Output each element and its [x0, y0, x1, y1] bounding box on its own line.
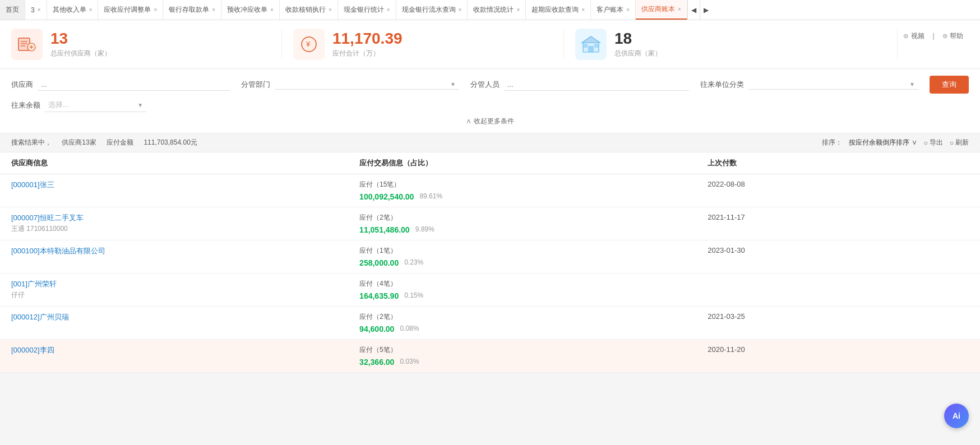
- nav-tab-other-income-label: 其他收入单: [53, 5, 86, 15]
- table-row[interactable]: [000100]本特勒油品有限公司 应付（1笔） 258,000.00 0.23…: [0, 240, 980, 274]
- refresh-button[interactable]: ○ 刷新: [950, 138, 969, 147]
- supplier-link-000001[interactable]: [000001]张三: [11, 180, 54, 189]
- supplier-icon: [11, 29, 43, 60]
- nav-tab-supplier-ledger-label: 供应商账本: [641, 4, 675, 14]
- nav-tab-supplier-ledger[interactable]: 供应商账本 ×: [636, 0, 687, 20]
- nav-next-arrow[interactable]: ▶: [700, 0, 712, 20]
- nav-tab-receipt-stat[interactable]: 收款情况统计 ×: [468, 0, 526, 20]
- nav-tab-home[interactable]: 首页: [0, 0, 25, 20]
- nav-tab-cash-bank-flow[interactable]: 现金银行流水查询 ×: [396, 0, 468, 20]
- last-pay-date: 2021-03-25: [708, 312, 969, 321]
- last-pay-date: 2020-11-20: [708, 345, 969, 354]
- video-link[interactable]: ⊙ 视频: [903, 31, 924, 41]
- help-link[interactable]: ⊙ 帮助: [942, 31, 963, 41]
- refresh-label: 刷新: [955, 138, 969, 147]
- table-row[interactable]: [000007]恒旺二手叉车 王通 17106110000 应付（2笔） 11,…: [0, 207, 980, 240]
- category-filter-select[interactable]: ▼: [748, 80, 919, 90]
- supplier-info: [000002]李四: [11, 345, 359, 367]
- ap-suppliers-number: 13: [50, 31, 111, 47]
- nav-tab-receipt-verify[interactable]: 收款核销执行 ×: [280, 0, 338, 20]
- summary-item-ap-amount: ¥ 11,170.39 应付合计（万）: [282, 29, 564, 60]
- export-icon: ○: [924, 139, 928, 147]
- last-payment: 2022-08-08: [708, 180, 969, 201]
- table-row[interactable]: [000002]李四 应付（5笔） 32,366.00 0.03% 2020-1…: [0, 340, 980, 373]
- nav-tab-receipt-verify-label: 收款核销执行: [285, 5, 326, 15]
- nav-tab-ar-ap-adjust[interactable]: 应收应付调整单 ×: [98, 0, 163, 20]
- result-prefix: 搜索结果中，: [11, 138, 52, 146]
- close-icon[interactable]: ×: [459, 7, 462, 13]
- trans-detail: 应付（2笔） 11,051,486.00 9.89%: [359, 213, 708, 234]
- query-button[interactable]: 查询: [930, 76, 969, 94]
- last-payment: 2021-03-25: [708, 312, 969, 333]
- trans-detail: 应付（15笔） 100,092,540.00 89.61%: [359, 180, 708, 201]
- nav-tab-customer-ledger[interactable]: 客户账本 ×: [591, 0, 636, 20]
- chevron-down-icon: ▼: [909, 81, 915, 87]
- trans-detail: 应付（4笔） 164,635.90 0.15%: [359, 279, 708, 300]
- transaction-info: 应付（4笔） 164,635.90 0.15%: [359, 279, 708, 300]
- table-row[interactable]: [000001]张三 应付（15笔） 100,092,540.00 89.61%…: [0, 174, 980, 207]
- supplier-info: [000001]张三: [11, 180, 359, 201]
- nav-tab-bank-deposit[interactable]: 银行存取款单 ×: [163, 0, 221, 20]
- nav-tab-overdue-ar[interactable]: 超期应收款查询 ×: [526, 0, 591, 20]
- refresh-icon: ○: [950, 139, 954, 147]
- col-header-last-payment: 上次付数: [708, 158, 969, 168]
- close-icon[interactable]: ×: [678, 6, 681, 12]
- supplier-filter-label: 供应商: [11, 80, 33, 90]
- table-row[interactable]: [001]广州荣轩 仔仔 应付（4笔） 164,635.90 0.15%: [0, 274, 980, 307]
- close-icon[interactable]: ×: [329, 7, 332, 13]
- filter-item-dept: 分管部门 ▼: [241, 80, 460, 90]
- dept-filter-select[interactable]: ▼: [275, 80, 460, 90]
- supplier-link-000007[interactable]: [000007]恒旺二手叉车: [11, 214, 84, 222]
- person-filter-input[interactable]: [504, 78, 689, 91]
- last-payment: 2020-11-20: [708, 345, 969, 367]
- balance-filter-select[interactable]: 选择... ▼: [45, 98, 146, 112]
- close-icon[interactable]: ×: [387, 7, 390, 13]
- trans-label: 应付（1笔）: [359, 246, 708, 256]
- table-row[interactable]: [000012]广州贝瑞 应付（2笔） 94,600.00 0.08% 2021…: [0, 307, 980, 340]
- filter-section: 供应商 分管部门 ▼ 分管人员 往来单位分类 ▼ 查询 往来余额 选择: [0, 69, 980, 133]
- nav-tab-overdue-ar-label: 超期应收款查询: [531, 5, 579, 15]
- close-icon[interactable]: ×: [212, 7, 215, 13]
- total-suppliers-label: 总供应商（家）: [614, 49, 662, 58]
- close-icon[interactable]: ×: [38, 7, 41, 13]
- supplier-link-000100[interactable]: [000100]本特勒油品有限公司: [11, 247, 105, 255]
- close-icon[interactable]: ×: [581, 7, 585, 13]
- nav-tab-other-income[interactable]: 其他收入单 ×: [47, 0, 99, 20]
- close-icon[interactable]: ×: [154, 7, 157, 13]
- export-button[interactable]: ○ 导出: [924, 138, 943, 147]
- supplier-link-001[interactable]: [001]广州荣轩: [11, 280, 57, 288]
- supplier-filter-input[interactable]: [38, 78, 230, 91]
- supplier-link-000002[interactable]: [000002]李四: [11, 346, 54, 354]
- transaction-info: 应付（5笔） 32,366.00 0.03%: [359, 345, 708, 367]
- svg-marker-12: [582, 36, 600, 43]
- nav-tab-cash-bank-stat[interactable]: 现金银行统计 ×: [338, 0, 396, 20]
- summary-text-ap-suppliers: 13 总应付供应商（家）: [50, 31, 111, 58]
- summary-text-total-suppliers: 18 总供应商（家）: [614, 31, 662, 58]
- trans-label: 应付（5笔）: [359, 345, 708, 355]
- last-payment: [708, 279, 969, 300]
- nav-tab-3[interactable]: 3 ×: [25, 0, 47, 20]
- supplier-info: [000100]本特勒油品有限公司: [11, 246, 359, 267]
- supplier-sub: 王通 17106110000: [11, 224, 359, 234]
- close-icon[interactable]: ×: [89, 7, 93, 13]
- collapse-button[interactable]: ∧ 收起更多条件: [11, 117, 969, 126]
- summary-item-total-suppliers: 18 总供应商（家）: [564, 29, 898, 60]
- supplier-link-000012[interactable]: [000012]广州贝瑞: [11, 313, 69, 321]
- nav-tab-3-label: 3: [31, 6, 35, 14]
- trans-detail: 应付（2笔） 94,600.00 0.08%: [359, 312, 708, 333]
- transaction-info: 应付（1笔） 258,000.00 0.23%: [359, 246, 708, 267]
- last-payment: 2023-01-30: [708, 246, 969, 267]
- transaction-info: 应付（15笔） 100,092,540.00 89.61%: [359, 180, 708, 201]
- close-icon[interactable]: ×: [516, 7, 520, 13]
- sort-select[interactable]: 按应付余额倒序排序 ∨: [849, 138, 917, 147]
- nav-tab-advance-ar[interactable]: 预收冲应收单 ×: [221, 0, 280, 20]
- separator: ｜: [930, 31, 937, 41]
- close-icon[interactable]: ×: [626, 7, 630, 13]
- close-icon[interactable]: ×: [270, 7, 274, 13]
- nav-tab-ar-ap-adjust-label: 应收应付调整单: [104, 5, 151, 15]
- nav-prev-arrow[interactable]: ◀: [687, 0, 700, 20]
- trans-detail: 应付（5笔） 32,366.00 0.03%: [359, 345, 708, 367]
- col-header-transaction: 应付交易信息（占比）: [359, 158, 708, 168]
- nav-tab-bank-deposit-label: 银行存取款单: [169, 5, 209, 15]
- top-navigation: 首页 3 × 其他收入单 × 应收应付调整单 × 银行存取款单 × 预收冲应收单…: [0, 0, 980, 20]
